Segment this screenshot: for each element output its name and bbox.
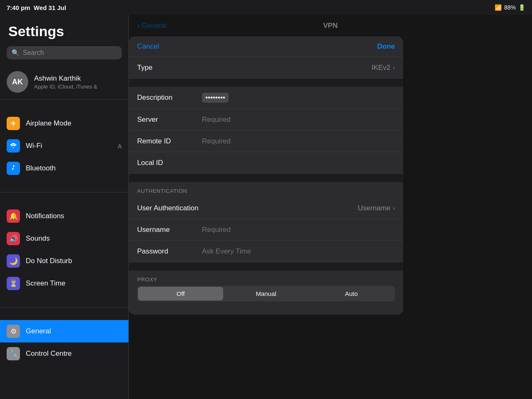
modal-bottom-pad (129, 308, 403, 315)
username-row[interactable]: Username (129, 219, 403, 241)
done-button[interactable]: Done (377, 42, 395, 51)
auth-section-header: AUTHENTICATION (129, 182, 403, 197)
sidebar-item-bluetooth[interactable]: Bluetooth (0, 157, 128, 180)
remote-id-row[interactable]: Remote ID (129, 131, 403, 152)
battery-label: 88% (504, 4, 516, 11)
proxy-manual-button[interactable]: Manual (223, 287, 308, 300)
status-indicators: 📶 88% 🔋 (495, 4, 525, 11)
donotdisturb-icon: 🌙 (7, 254, 20, 268)
sidebar-label-sounds: Sounds (26, 234, 50, 243)
server-label: Server (137, 116, 195, 124)
search-icon: 🔍 (12, 49, 20, 57)
search-placeholder: Search (23, 49, 44, 57)
wifi-sidebar-icon (7, 139, 20, 153)
wifi-icon: 📶 (495, 4, 502, 11)
status-bar: 7:40 pm Wed 31 Jul 📶 88% 🔋 (0, 0, 532, 15)
description-value[interactable]: •••••••• (202, 93, 229, 103)
user-auth-label: User Authentication (137, 204, 198, 212)
general-icon: ⚙ (7, 325, 20, 338)
notifications-icon: 🔔 (7, 209, 20, 223)
local-id-row[interactable]: Local ID (129, 152, 403, 174)
section-gap-3 (0, 192, 128, 205)
server-row[interactable]: Server (129, 109, 403, 131)
section-gap-4 (0, 295, 128, 307)
sidebar-item-screentime[interactable]: ⏳ Screen Time (0, 272, 128, 295)
sidebar-item-wifi[interactable]: Wi-Fi A (0, 135, 128, 157)
user-auth-value: Username (358, 204, 390, 212)
password-input[interactable] (202, 247, 395, 256)
airplane-icon: ✈ (7, 117, 20, 130)
chevron-right-icon: › (393, 64, 395, 71)
section-gap (0, 100, 128, 112)
sidebar-label-wifi: Wi-Fi (26, 142, 42, 150)
type-label: Type (137, 64, 195, 72)
sounds-icon: 🔊 (7, 232, 20, 245)
user-subtitle: Apple ID, iCloud, iTunes & (34, 84, 97, 90)
settings-title: Settings (0, 15, 128, 46)
description-label: Description (137, 94, 195, 102)
sidebar-label-airplane: Airplane Mode (26, 119, 71, 128)
avatar: AK (7, 71, 28, 93)
proxy-gap (129, 262, 403, 271)
search-bar[interactable]: 🔍 Search (7, 46, 122, 59)
user-name: Ashwin Karthik (34, 74, 97, 83)
password-row[interactable]: Password (129, 241, 403, 262)
battery-icon: 🔋 (518, 4, 525, 11)
password-label: Password (137, 247, 195, 256)
sidebar-item-notifications[interactable]: 🔔 Notifications (0, 205, 128, 227)
sidebar-item-donotdisturb[interactable]: 🌙 Do Not Disturb (0, 250, 128, 272)
proxy-segment: Off Manual Auto (137, 286, 395, 301)
username-input[interactable] (202, 226, 395, 234)
status-time-date: 7:40 pm Wed 31 Jul (7, 4, 66, 11)
sidebar-label-donotdisturb: Do Not Disturb (26, 257, 72, 265)
proxy-off-button[interactable]: Off (138, 287, 223, 300)
sidebar-item-airplane[interactable]: ✈ Airplane Mode (0, 112, 128, 135)
section-gap-2 (0, 180, 128, 192)
description-row[interactable]: Description •••••••• (129, 87, 403, 109)
sidebar-label-screentime: Screen Time (26, 279, 65, 288)
sidebar-label-bluetooth: Bluetooth (26, 164, 56, 172)
wifi-value: A (118, 143, 122, 150)
bluetooth-icon (7, 162, 20, 175)
vpn-modal: Cancel Done Type IKEv2 › Description •••… (129, 37, 403, 315)
type-value: IKEv2 (372, 64, 390, 72)
local-id-input[interactable] (202, 159, 395, 167)
screentime-icon: ⏳ (7, 277, 20, 290)
cancel-button[interactable]: Cancel (137, 42, 159, 51)
local-id-label: Local ID (137, 159, 195, 167)
section-gap (129, 79, 403, 87)
sidebar-item-sounds[interactable]: 🔊 Sounds (0, 227, 128, 250)
sidebar-item-controlcentre[interactable]: 🔧 Control Centre (0, 342, 128, 365)
auth-gap (129, 174, 403, 182)
sidebar-label-controlcentre: Control Centre (26, 350, 72, 358)
user-auth-row[interactable]: User Authentication Username › (129, 197, 403, 219)
type-row[interactable]: Type IKEv2 › (129, 57, 403, 79)
section-gap-5 (0, 308, 128, 320)
username-label: Username (137, 226, 195, 234)
remote-id-input[interactable] (202, 137, 395, 145)
remote-id-label: Remote ID (137, 137, 195, 145)
server-input[interactable] (202, 116, 395, 124)
proxy-section-header: PROXY (129, 271, 403, 286)
controlcentre-icon: 🔧 (7, 347, 20, 360)
proxy-auto-button[interactable]: Auto (309, 287, 394, 300)
sidebar: Settings 🔍 Search AK Ashwin Karthik Appl… (0, 15, 129, 399)
modal-header: Cancel Done (129, 37, 403, 57)
user-auth-chevron: › (393, 205, 395, 212)
user-details: Ashwin Karthik Apple ID, iCloud, iTunes … (34, 74, 97, 90)
sidebar-label-notifications: Notifications (26, 212, 64, 220)
sidebar-label-general: General (26, 327, 51, 335)
user-profile[interactable]: AK Ashwin Karthik Apple ID, iCloud, iTun… (0, 64, 128, 99)
sidebar-item-general[interactable]: ⚙ General (0, 320, 128, 342)
